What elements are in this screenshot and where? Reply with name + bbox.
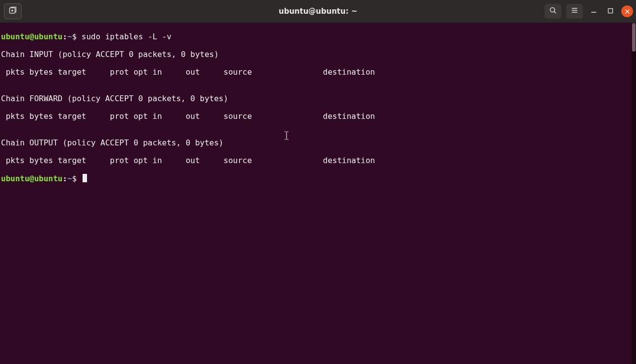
maximize-button[interactable] [605, 5, 616, 17]
prompt-path: ~ [67, 174, 72, 183]
menu-button[interactable] [566, 4, 583, 19]
search-button[interactable] [545, 4, 561, 19]
terminal-viewport[interactable]: ubuntu@ubuntu:~$ sudo iptables -L -v Cha… [0, 23, 636, 364]
prompt-user: ubuntu [1, 32, 29, 41]
maximize-icon [607, 7, 614, 16]
minimize-icon [590, 7, 597, 16]
command-text: sudo iptables -L -v [82, 32, 172, 41]
mouse-ibeam-cursor [256, 122, 260, 131]
prompt-symbol: $ [72, 32, 82, 41]
svg-rect-2 [608, 8, 613, 13]
close-button[interactable] [621, 5, 633, 17]
search-icon [549, 6, 557, 16]
titlebar-right [545, 0, 633, 23]
output-line: pkts bytes target prot opt in out source… [1, 112, 635, 121]
prompt-host: ubuntu [34, 32, 62, 41]
prompt-colon: : [62, 32, 67, 41]
prompt-at: @ [29, 32, 34, 41]
hamburger-icon [571, 6, 578, 16]
output-line: pkts bytes target prot opt in out source… [1, 156, 635, 165]
titlebar-left [0, 3, 22, 19]
prompt-path: ~ [67, 32, 72, 41]
prompt-line-2: ubuntu@ubuntu:~$ [1, 174, 635, 183]
text-cursor [83, 174, 87, 182]
window-title: ubuntu@ubuntu: ~ [0, 7, 636, 16]
prompt-user: ubuntu [1, 174, 29, 183]
prompt-symbol: $ [72, 174, 82, 183]
prompt-line-1: ubuntu@ubuntu:~$ sudo iptables -L -v [1, 32, 635, 41]
prompt-at: @ [29, 174, 34, 183]
new-tab-button[interactable] [4, 3, 22, 19]
close-icon [625, 7, 630, 16]
output-line: pkts bytes target prot opt in out source… [1, 68, 635, 77]
scrollbar-thumb[interactable] [632, 23, 636, 52]
svg-point-1 [550, 8, 555, 12]
terminal-window: ubuntu@ubuntu: ~ [0, 0, 636, 364]
new-tab-icon [9, 6, 17, 16]
titlebar: ubuntu@ubuntu: ~ [0, 0, 636, 23]
minimize-button[interactable] [588, 5, 600, 17]
output-line: Chain OUTPUT (policy ACCEPT 0 packets, 0… [1, 139, 635, 147]
output-line: Chain FORWARD (policy ACCEPT 0 packets, … [1, 94, 635, 103]
prompt-colon: : [62, 174, 67, 183]
output-line: Chain INPUT (policy ACCEPT 0 packets, 0 … [1, 50, 635, 59]
scrollbar-track[interactable] [632, 23, 636, 364]
prompt-host: ubuntu [34, 174, 62, 183]
